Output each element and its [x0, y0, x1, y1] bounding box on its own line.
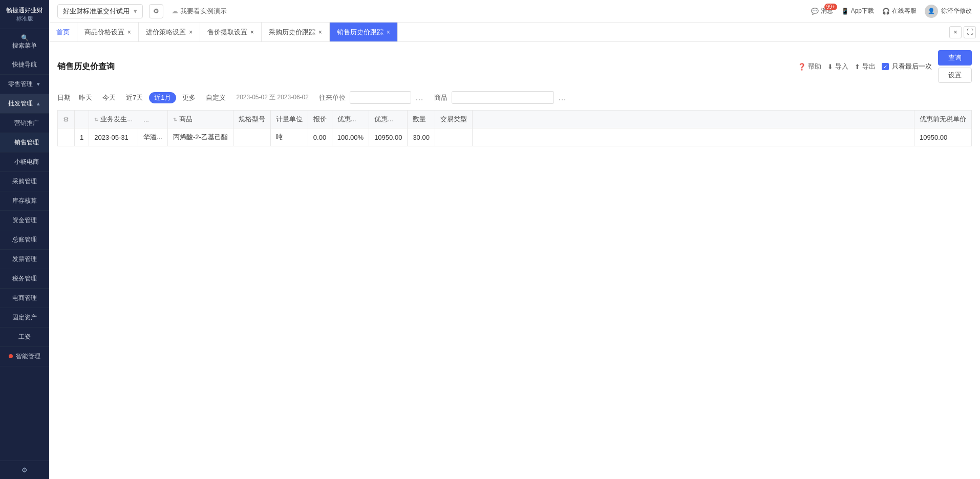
- date-btn-7days[interactable]: 近7天: [122, 92, 147, 103]
- sidebar-item-invoice[interactable]: 发票管理: [0, 250, 49, 269]
- chevron-up-icon: ▲: [36, 101, 41, 106]
- logo-title: 畅捷通好业财: [4, 6, 45, 15]
- app-download-label: App下载: [851, 7, 874, 15]
- tab-maximize-button[interactable]: ⛶: [964, 26, 976, 38]
- sidebar-item-sales[interactable]: 销售管理: [0, 133, 49, 153]
- export-button[interactable]: ⬆ 导出: [855, 62, 876, 71]
- sidebar-item-payroll[interactable]: 工资: [0, 328, 49, 347]
- tab-purchase-history[interactable]: 采购历史价跟踪 ×: [262, 23, 330, 42]
- cell-spec: [233, 128, 270, 146]
- top-header: 好业财标准版交付试用 ▾ ⚙ ☁ 我要看实例演示 💬 消息 99+ 📱 App下…: [49, 0, 980, 23]
- page-actions: ❓ 帮助 ⬇ 导入 ⬆ 导出 ✓ 只看最后一次 查询 设置: [798, 50, 972, 83]
- sort-icon-product: ⇅: [173, 117, 177, 122]
- tab-sale-extract[interactable]: 售价提取设置 ×: [200, 23, 262, 42]
- th-spacer: [472, 111, 914, 128]
- sidebar-logo: 畅捷通好业财 标准版: [0, 0, 49, 29]
- date-buttons: 昨天 今天 近7天 近1月 更多 自定义: [75, 92, 230, 103]
- th-dots[interactable]: ...: [138, 111, 168, 128]
- main-area: 好业财标准版交付试用 ▾ ⚙ ☁ 我要看实例演示 💬 消息 99+ 📱 App下…: [49, 0, 980, 479]
- page-settings-button[interactable]: 设置: [938, 68, 972, 83]
- demo-icon: ☁: [172, 7, 178, 15]
- tab-close-all-button[interactable]: ×: [949, 26, 962, 38]
- messages-button[interactable]: 💬 消息 99+: [811, 7, 833, 15]
- app-download-button[interactable]: 📱 App下载: [841, 7, 874, 15]
- app-selector-label: 好业财标准版交付试用: [63, 7, 130, 16]
- th-product[interactable]: ⇅ 商品: [167, 111, 233, 128]
- import-icon: ⬇: [827, 63, 833, 71]
- settings-gear-button[interactable]: ⚙: [149, 4, 163, 18]
- sidebar-item-smart[interactable]: 智能管理: [0, 347, 49, 366]
- tab-close-icon[interactable]: ×: [387, 29, 390, 36]
- tab-purchase-strategy[interactable]: 进价策略设置 ×: [139, 23, 200, 42]
- th-trade-type: 交易类型: [435, 111, 472, 128]
- tab-close-icon[interactable]: ×: [250, 29, 254, 36]
- help-button[interactable]: ❓ 帮助: [798, 62, 821, 71]
- tab-close-icon[interactable]: ×: [318, 29, 322, 36]
- sidebar-item-ecommerce[interactable]: 电商管理: [0, 289, 49, 308]
- th-seq: [75, 111, 89, 128]
- th-business-date[interactable]: ⇅ 业务发生...: [89, 111, 138, 128]
- cell-unit: 吨: [270, 128, 308, 146]
- from-unit-input[interactable]: [350, 91, 411, 104]
- online-service-label: 在线客服: [892, 7, 917, 15]
- th-quantity: 数量: [408, 111, 435, 128]
- sidebar-settings-button[interactable]: ⚙: [0, 461, 49, 479]
- data-table: ⚙ ⇅ 业务发生... ... ⇅: [57, 110, 972, 146]
- download-icon: 📱: [841, 8, 849, 15]
- sidebar-item-ecommerce-sm[interactable]: 小畅电商: [0, 153, 49, 172]
- user-info[interactable]: 👤 徐泽华修改: [925, 5, 972, 18]
- gear-icon: ⚙: [22, 466, 28, 474]
- date-btn-yesterday[interactable]: 昨天: [75, 92, 96, 103]
- cell-trade-type: [435, 128, 472, 146]
- cell-quantity: 30.00: [408, 128, 435, 146]
- tab-close-icon[interactable]: ×: [127, 29, 131, 36]
- sidebar-item-marketing[interactable]: 营销推广: [0, 114, 49, 133]
- demo-link[interactable]: ☁ 我要看实例演示: [172, 7, 227, 16]
- sidebar-item-tax[interactable]: 税务管理: [0, 269, 49, 289]
- date-btn-1month[interactable]: 近1月: [149, 92, 176, 103]
- table-row: 1 2023-05-31 华溢... 丙烯酸-2-乙基己酯 吨 0.00 100…: [58, 128, 972, 146]
- import-button[interactable]: ⬇ 导入: [827, 62, 848, 71]
- sidebar-item-quick-nav[interactable]: 快捷导航: [0, 55, 49, 75]
- demo-link-label: 我要看实例演示: [180, 7, 227, 16]
- tab-sale-history[interactable]: 销售历史价跟踪 ×: [330, 23, 398, 42]
- cell-gear: [58, 128, 75, 146]
- date-filter-group: 日期 昨天 今天 近7天 近1月 更多 自定义 2023-05-02 至 202…: [57, 92, 309, 103]
- help-icon: ❓: [798, 63, 806, 71]
- sidebar-item-assets[interactable]: 固定资产: [0, 308, 49, 328]
- date-btn-custom[interactable]: 自定义: [202, 92, 230, 103]
- from-unit-more-button[interactable]: …: [415, 93, 424, 102]
- th-unit: 计量单位: [270, 111, 308, 128]
- product-more-button[interactable]: …: [558, 93, 567, 102]
- tab-home[interactable]: 首页: [49, 23, 77, 42]
- th-gear: ⚙: [58, 111, 75, 128]
- sort-up-icon: ⇅: [94, 117, 98, 122]
- sidebar-item-capital[interactable]: 资金管理: [0, 211, 49, 230]
- sidebar-item-search[interactable]: 🔍 搜索菜单: [0, 29, 49, 55]
- only-last-checkbox[interactable]: ✓: [882, 63, 889, 70]
- page-title: 销售历史价查询: [57, 61, 115, 72]
- sidebar-item-ledger[interactable]: 总账管理: [0, 230, 49, 250]
- filter-row: 日期 昨天 今天 近7天 近1月 更多 自定义 2023-05-02 至 202…: [57, 91, 972, 104]
- tab-product-price[interactable]: 商品价格设置 ×: [77, 23, 139, 42]
- cell-seq: 1: [75, 128, 89, 146]
- action-buttons: 查询 设置: [938, 50, 972, 83]
- sidebar-item-wholesale[interactable]: 批发管理 ▲: [0, 94, 49, 114]
- app-selector[interactable]: 好业财标准版交付试用 ▾: [57, 4, 143, 18]
- table-header-row: ⚙ ⇅ 业务发生... ... ⇅: [58, 111, 972, 128]
- column-gear-icon[interactable]: ⚙: [63, 116, 69, 123]
- sidebar-item-inventory[interactable]: 库存核算: [0, 191, 49, 211]
- page-header: 销售历史价查询 ❓ 帮助 ⬇ 导入 ⬆ 导出 ✓ 只看最后一次: [57, 50, 972, 83]
- tab-close-icon[interactable]: ×: [189, 29, 193, 36]
- sidebar-item-purchase[interactable]: 采购管理: [0, 172, 49, 191]
- date-btn-today[interactable]: 今天: [98, 92, 120, 103]
- online-service-button[interactable]: 🎧 在线客服: [882, 7, 917, 15]
- product-input[interactable]: [452, 91, 554, 104]
- tab-right-actions: × ⛶: [949, 26, 980, 38]
- date-btn-more[interactable]: 更多: [178, 92, 200, 103]
- cell-business-date: 2023-05-31: [89, 128, 138, 146]
- avatar: 👤: [925, 5, 938, 18]
- sidebar-item-retail[interactable]: 零售管理 ▼: [0, 75, 49, 94]
- query-button[interactable]: 查询: [938, 50, 972, 66]
- cell-discount2: 10950.00: [369, 128, 408, 146]
